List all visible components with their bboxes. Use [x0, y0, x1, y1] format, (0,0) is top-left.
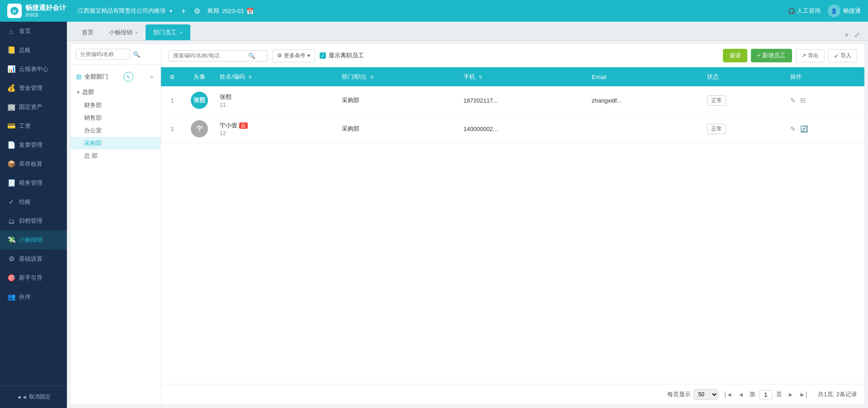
logout-employee-button[interactable]: ⊟: [800, 97, 806, 104]
user-profile[interactable]: 👤 畅捷通: [828, 5, 861, 17]
window-close-button[interactable]: ×: [844, 30, 849, 40]
window-maximize-button[interactable]: ⤢: [853, 30, 861, 40]
invoice-icon: 📄: [7, 141, 15, 149]
sidebar-item-inventory[interactable]: 📦 库存核算: [0, 155, 67, 174]
header-add-button[interactable]: ＋: [179, 5, 188, 16]
sidebar-item-expense[interactable]: 💸 小畅报销: [0, 230, 67, 249]
prev-page-button[interactable]: ◄: [736, 390, 746, 399]
dept-tree: ⊞ 全部部门 ✎ « ▼ 总部 财务部 销售部 办公室 采购部: [71, 65, 160, 404]
employee-dept: 采购部: [337, 115, 459, 143]
filter-icon: ⚙: [277, 52, 282, 59]
home-icon: ⌂: [7, 28, 15, 35]
sidebar-label-archive: 归档管理: [19, 217, 42, 225]
main-layout: ⌂ 首页 📒 总账 📊 云报表中心 💰 资金管理 🏢 固定资产 💳 工资 📄 发…: [0, 22, 868, 408]
sidebar-item-cloud-report[interactable]: 📊 云报表中心: [0, 60, 67, 79]
tab-dept-employee-label: 部门员工: [153, 28, 177, 37]
edit-employee-button[interactable]: ✎: [790, 125, 796, 132]
table-header: ⚙ 头像 姓名/编码 ⇅ 部门/职位 ⇅ 手机 ⇅ Email 状态 操作: [161, 67, 864, 86]
delete-employee-button[interactable]: 🔄: [800, 125, 808, 132]
app-name: 畅捷通好会计 旗舰版: [25, 4, 66, 18]
import-button[interactable]: ↙ 导入: [828, 49, 857, 62]
period-value: 2023-03: [222, 8, 244, 14]
grid-icon: ⊞: [76, 73, 82, 81]
dept-collapse-button[interactable]: «: [148, 74, 155, 80]
col-name-code[interactable]: 姓名/编码 ⇅: [215, 67, 337, 86]
per-page-selector: 每页显示 50 10 20 100: [667, 389, 718, 400]
sidebar-item-guide[interactable]: 🎯 新手引导: [0, 268, 67, 287]
logo-area: 好 畅捷通好会计 旗舰版: [7, 4, 74, 18]
sidebar-item-general-ledger[interactable]: 📒 总账: [0, 41, 67, 60]
sidebar-item-fund[interactable]: 💰 资金管理: [0, 79, 67, 98]
sidebar-item-fixed-assets[interactable]: 🏢 固定资产: [0, 98, 67, 117]
next-page-button[interactable]: ►: [786, 390, 796, 399]
dept-child-finance[interactable]: 财务部: [71, 99, 160, 112]
first-page-button[interactable]: |◄: [723, 390, 735, 399]
expense-icon: 💸: [7, 236, 15, 244]
col-action: 操作: [786, 67, 864, 86]
tab-expense-label: 小畅报销: [109, 28, 132, 37]
col-dept-position[interactable]: 部门/职位 ⇅: [337, 67, 459, 86]
period-label: 账期: [208, 7, 219, 15]
company-selector[interactable]: 江西服宝精品有限责任公司内账张 ▼: [78, 7, 173, 15]
col-phone[interactable]: 手机 ⇅: [459, 67, 587, 86]
sidebar-item-tax[interactable]: 🧾 税务管理: [0, 174, 67, 192]
employee-status: 正常: [703, 115, 785, 143]
tab-dept-employee[interactable]: 部门员工 ×: [146, 24, 190, 40]
content-area: 首页 小畅报销 × 部门员工 × × ⤢ 🔍: [67, 22, 868, 408]
invite-button[interactable]: 邀请: [723, 49, 747, 62]
filter-button[interactable]: ⚙ 更多条件 ▾: [272, 49, 315, 62]
sidebar-item-invoice[interactable]: 📄 发票管理: [0, 136, 67, 155]
current-page-input[interactable]: 1: [759, 390, 773, 399]
table-row: 2宁宁小壹应12采购部140000002...正常✎🔄: [161, 115, 864, 143]
filter-arrow: ▾: [307, 52, 310, 59]
header-settings-icon[interactable]: ⚙: [194, 7, 200, 15]
employee-avatar-cell: 宁: [184, 115, 215, 143]
dept-header-zongbu[interactable]: ▼ 总部: [71, 85, 160, 99]
dept-edit-button[interactable]: ✎: [123, 72, 133, 82]
partner-icon: 👥: [7, 293, 15, 301]
last-page-button[interactable]: ►|: [797, 390, 809, 399]
edit-employee-button[interactable]: ✎: [790, 97, 796, 104]
col-settings[interactable]: ⚙: [161, 67, 184, 86]
tab-home[interactable]: 首页: [74, 24, 101, 40]
sidebar-item-settlement[interactable]: ✓ 结账: [0, 192, 67, 211]
calendar-icon[interactable]: 📅: [246, 8, 254, 14]
dept-child-general[interactable]: 总 部: [71, 150, 160, 162]
sidebar-label-cloud-report: 云报表中心: [19, 65, 48, 73]
export-button[interactable]: ↗ 导出: [796, 49, 825, 62]
sidebar-bottom: ◄◄ 取消固定: [0, 385, 67, 408]
per-page-select[interactable]: 50 10 20 100: [693, 389, 718, 400]
dept-child-office[interactable]: 办公室: [71, 124, 160, 137]
sidebar-label-general-ledger: 总账: [19, 46, 31, 54]
dept-search-input[interactable]: [76, 49, 130, 60]
dept-all-button[interactable]: ⊞ 全部部门 ✎ «: [71, 68, 160, 85]
export-label: 导出: [808, 52, 819, 60]
employee-code: 12: [220, 130, 226, 136]
tab-expense[interactable]: 小畅报销 ×: [101, 24, 146, 40]
tab-expense-close[interactable]: ×: [135, 30, 138, 35]
tab-home-label: 首页: [82, 28, 94, 37]
show-resigned-toggle[interactable]: ✓ 显示离职员工: [320, 52, 364, 60]
employee-code: 11: [220, 102, 226, 108]
tab-dept-employee-close[interactable]: ×: [179, 30, 182, 35]
dept-child-sales[interactable]: 销售部: [71, 112, 160, 124]
toolbar-right: 邀请 + 新增员工 ↗ 导出 ↙ 导入: [723, 49, 857, 62]
company-name: 江西服宝精品有限责任公司内账张: [78, 7, 166, 15]
tab-bar: 首页 小畅报销 × 部门员工 × × ⤢: [67, 22, 868, 41]
cancel-fixed-button[interactable]: ◄◄ 取消固定: [0, 389, 67, 404]
add-employee-button[interactable]: + 新增员工: [751, 49, 792, 62]
sidebar-item-partner[interactable]: 👥 伙伴: [0, 287, 67, 306]
col-email: Email: [587, 67, 703, 86]
page-content: 🔍 ⊞ 全部部门 ✎ « ▼ 总部 财务部: [71, 44, 864, 404]
sidebar-item-payroll[interactable]: 💳 工资: [0, 117, 67, 136]
employee-search-input[interactable]: [173, 52, 245, 59]
dept-child-purchase[interactable]: 采购部: [71, 137, 160, 150]
assets-icon: 🏢: [7, 103, 15, 111]
employee-phone: 187202117...: [459, 86, 587, 115]
sidebar-item-archive[interactable]: 🗂 归档管理: [0, 211, 67, 230]
sidebar-item-basic-settings[interactable]: ⚙ 基础设置: [0, 249, 67, 268]
action-buttons: ✎🔄: [790, 125, 860, 132]
sidebar-item-home[interactable]: ⌂ 首页: [0, 22, 67, 41]
service-button[interactable]: 🎧 人工咨询: [788, 7, 821, 15]
sidebar-label-expense: 小畅报销: [19, 236, 42, 244]
